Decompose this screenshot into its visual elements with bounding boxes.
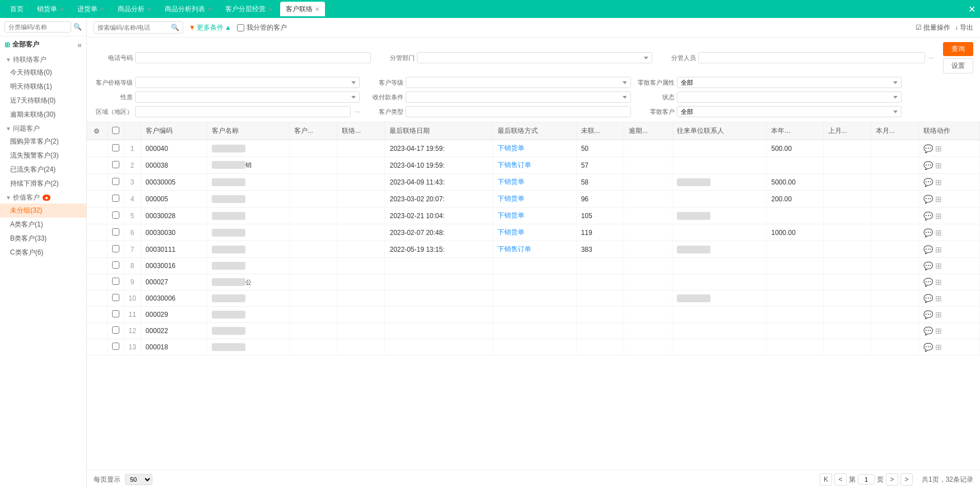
- cell-check-6[interactable]: [107, 241, 124, 258]
- chat-icon-9[interactable]: 💬: [923, 294, 933, 303]
- cell-check-5[interactable]: [107, 224, 124, 241]
- page-size-select[interactable]: 50 100 200: [125, 474, 152, 485]
- tab-product-list[interactable]: 商品分析列表 ✕: [159, 2, 217, 16]
- tab-customer-contact[interactable]: 客户联络 ✕: [280, 2, 325, 16]
- grid-action-icon-7[interactable]: ⊞: [935, 261, 942, 270]
- filter-customer-grade-select[interactable]: [406, 77, 630, 88]
- chat-icon-10[interactable]: 💬: [923, 310, 933, 319]
- last-way-link-3[interactable]: 下销货单: [498, 195, 524, 202]
- sidebar-item-classA[interactable]: A类客户(1): [0, 218, 86, 232]
- row-checkbox-7[interactable]: [112, 261, 119, 269]
- col-code[interactable]: 客户编码: [141, 122, 207, 140]
- grid-action-icon-4[interactable]: ⊞: [935, 211, 942, 220]
- cell-lastway-8[interactable]: [493, 274, 577, 290]
- filter-status-select[interactable]: [677, 91, 902, 103]
- row-checkbox-3[interactable]: [112, 195, 119, 202]
- my-customers-filter[interactable]: 我分管的客户: [237, 23, 287, 33]
- sidebar-item-classB[interactable]: B类客户(33): [0, 232, 86, 246]
- sidebar-item-warning[interactable]: 流失预警客户(3): [0, 149, 86, 163]
- grid-action-icon-6[interactable]: ⊞: [935, 245, 942, 254]
- filter-dept-select[interactable]: [417, 52, 653, 63]
- more-conditions-btn[interactable]: ▼ 更多条件 ▲: [189, 23, 231, 33]
- filter-phone-input[interactable]: [135, 52, 371, 63]
- close-all-tabs-icon[interactable]: ✕: [968, 4, 976, 15]
- last-page-btn[interactable]: >: [900, 473, 913, 486]
- reset-button[interactable]: 设置: [943, 58, 973, 73]
- sidebar-item-lost[interactable]: 已流失客户(24): [0, 163, 86, 177]
- grid-action-icon-0[interactable]: ⊞: [935, 144, 942, 153]
- filter-search-icon[interactable]: 🔍: [171, 24, 179, 31]
- col-this-year[interactable]: 本年...: [767, 122, 823, 140]
- sidebar-search-icon[interactable]: 🔍: [73, 23, 82, 31]
- cell-check-2[interactable]: [107, 174, 124, 191]
- close-customer-layer-icon[interactable]: ✕: [268, 6, 272, 12]
- grid-action-icon-5[interactable]: ⊞: [935, 228, 942, 237]
- col-contact[interactable]: 联络...: [337, 122, 385, 140]
- cell-check-1[interactable]: [107, 157, 124, 174]
- filter-nature-select[interactable]: [135, 91, 360, 103]
- close-product-list-icon[interactable]: ✕: [207, 6, 212, 12]
- col-check[interactable]: [107, 122, 124, 140]
- last-way-link-4[interactable]: 下销货单: [498, 211, 524, 219]
- chat-icon-11[interactable]: 💬: [923, 326, 933, 335]
- select-all-checkbox[interactable]: [112, 127, 119, 134]
- collapse-sidebar-icon[interactable]: «: [77, 40, 82, 49]
- grid-action-icon-2[interactable]: ⊞: [935, 178, 942, 187]
- col-last-way[interactable]: 最后联络方式: [493, 122, 577, 140]
- grid-action-icon-10[interactable]: ⊞: [935, 310, 942, 319]
- next-page-btn[interactable]: >: [886, 473, 898, 486]
- tab-sales[interactable]: 销货单 ✕: [31, 2, 69, 16]
- first-page-btn[interactable]: K: [820, 473, 832, 486]
- all-customers-header[interactable]: ⊞ 全部客户 «: [0, 36, 86, 53]
- cell-check-7[interactable]: [107, 258, 124, 274]
- row-checkbox-2[interactable]: [112, 178, 119, 185]
- current-page-input[interactable]: [858, 474, 875, 485]
- chat-icon-7[interactable]: 💬: [923, 261, 933, 270]
- col-contact-person[interactable]: 往来单位联系人: [672, 122, 767, 140]
- grid-action-icon-12[interactable]: ⊞: [935, 343, 942, 352]
- group-problem-label[interactable]: ▼ 问题客户: [0, 122, 86, 135]
- grid-action-icon-8[interactable]: ⊞: [935, 278, 942, 287]
- last-way-link-0[interactable]: 下销货单: [498, 144, 524, 152]
- tab-product-analysis[interactable]: 商品分析 ✕: [112, 2, 157, 16]
- filter-region-input[interactable]: [135, 106, 351, 117]
- cell-check-3[interactable]: [107, 191, 124, 207]
- sidebar-item-today[interactable]: 今天待联络(0): [0, 66, 86, 80]
- cell-check-10[interactable]: [107, 307, 124, 323]
- sidebar-item-classC[interactable]: C类客户(6): [0, 246, 86, 260]
- region-dots-icon[interactable]: ···: [354, 108, 360, 116]
- cell-lastway-9[interactable]: [493, 290, 577, 307]
- grid-action-icon-1[interactable]: ⊞: [935, 161, 942, 170]
- col-overdue[interactable]: 逾期...: [624, 122, 672, 140]
- close-product-analysis-icon[interactable]: ✕: [147, 6, 151, 12]
- filter-retail-attr-select[interactable]: 全部: [677, 77, 902, 88]
- batch-op-btn[interactable]: ☑ 批量操作: [916, 23, 950, 33]
- row-checkbox-8[interactable]: [112, 278, 119, 285]
- chat-icon-12[interactable]: 💬: [923, 343, 933, 352]
- filter-customer-type-input[interactable]: [406, 106, 630, 117]
- cell-check-8[interactable]: [107, 274, 124, 290]
- sidebar-item-7days[interactable]: 近7天待联络(0): [0, 94, 86, 108]
- col-type[interactable]: 客户...: [289, 122, 337, 140]
- col-last-date[interactable]: 最后联络日期: [385, 122, 493, 140]
- grid-action-icon-11[interactable]: ⊞: [935, 326, 942, 335]
- close-purchase-icon[interactable]: ✕: [100, 6, 104, 12]
- row-checkbox-1[interactable]: [112, 161, 119, 168]
- sidebar-item-abnormal[interactable]: 囤购异常客户(2): [0, 135, 86, 149]
- filter-payment-select[interactable]: [406, 91, 630, 103]
- chat-icon-8[interactable]: 💬: [923, 278, 933, 287]
- row-checkbox-12[interactable]: [112, 343, 119, 350]
- cell-check-11[interactable]: [107, 323, 124, 339]
- row-checkbox-9[interactable]: [112, 294, 119, 301]
- sidebar-item-declining[interactable]: 持续下滑客户(2): [0, 177, 86, 191]
- prev-page-btn[interactable]: <: [834, 473, 847, 486]
- group-pending-label[interactable]: ▼ 待联络客户: [0, 53, 86, 66]
- grid-action-icon-9[interactable]: ⊞: [935, 294, 942, 303]
- group-value-label[interactable]: ▼ 价值客户 ●: [0, 191, 86, 204]
- chat-icon-2[interactable]: 💬: [923, 178, 933, 187]
- row-checkbox-10[interactable]: [112, 310, 119, 317]
- cell-check-4[interactable]: [107, 207, 124, 224]
- cell-lastway-5[interactable]: 下销货单: [493, 224, 577, 241]
- cell-check-12[interactable]: [107, 339, 124, 356]
- cell-lastway-6[interactable]: 下销售订单: [493, 241, 577, 258]
